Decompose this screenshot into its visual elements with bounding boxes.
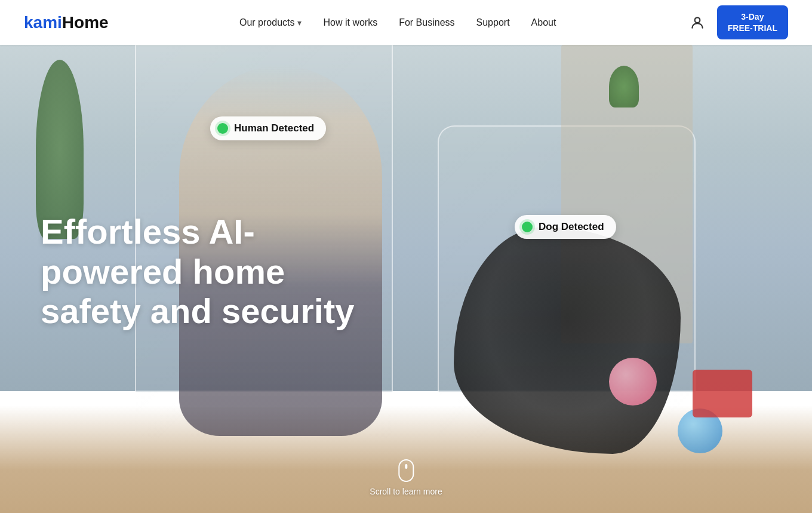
free-trial-button[interactable]: 3-Day FREE-TRIAL [717, 5, 788, 39]
nav-products-link[interactable]: Our products [239, 17, 294, 28]
free-trial-line2: FREE-TRIAL [728, 23, 777, 33]
nav-for-business-link[interactable]: For Business [399, 17, 454, 27]
nav-support[interactable]: Support [476, 17, 510, 28]
human-badge-dot [217, 123, 228, 134]
hero-content: Human Detected Dog Detected Effortless A… [0, 45, 812, 513]
navbar: kamiHome Our products ▾ How it works For… [0, 0, 812, 45]
dog-badge-dot [522, 222, 533, 232]
chevron-down-icon: ▾ [297, 18, 302, 27]
headline-text: Effortless AI-powered homesafety and sec… [41, 212, 354, 330]
nav-support-link[interactable]: Support [476, 17, 510, 27]
svg-point-0 [694, 17, 700, 23]
nav-right: 3-Day FREE-TRIAL [687, 5, 788, 39]
scroll-mouse-icon [398, 459, 414, 482]
nav-how-it-works[interactable]: How it works [323, 17, 377, 28]
scroll-indicator: Scroll to learn more [370, 459, 442, 496]
nav-for-business[interactable]: For Business [399, 17, 454, 28]
logo-home: Home [62, 13, 109, 32]
logo-kami: kami [24, 13, 62, 32]
dog-detected-badge: Dog Detected [515, 215, 616, 239]
hero-headline: Effortless AI-powered homesafety and sec… [41, 212, 393, 331]
free-trial-line1: 3-Day [741, 12, 764, 21]
logo[interactable]: kamiHome [24, 13, 109, 32]
human-detected-badge: Human Detected [210, 116, 326, 140]
nav-how-it-works-link[interactable]: How it works [323, 17, 377, 27]
nav-about[interactable]: About [531, 17, 556, 28]
scroll-label: Scroll to learn more [370, 487, 442, 496]
nav-links: Our products ▾ How it works For Business… [239, 17, 556, 28]
human-badge-text: Human Detected [234, 122, 314, 134]
scroll-wheel [405, 464, 407, 469]
dog-badge-text: Dog Detected [539, 221, 604, 233]
user-icon[interactable] [687, 13, 708, 33]
nav-products[interactable]: Our products ▾ [239, 17, 302, 28]
nav-about-link[interactable]: About [531, 17, 556, 27]
